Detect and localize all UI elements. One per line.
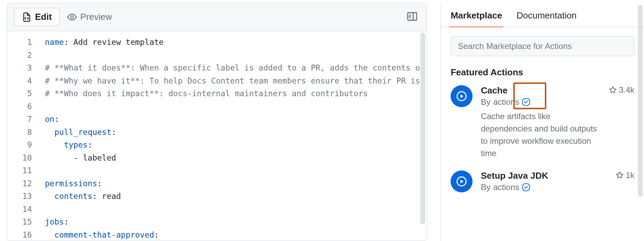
tab-marketplace-label: Marketplace xyxy=(451,10,502,21)
line-number: 14 xyxy=(7,203,41,216)
editor-panel: Edit Preview 1 xyxy=(7,3,427,241)
tab-preview-label: Preview xyxy=(80,12,112,22)
code-line[interactable]: on: xyxy=(45,113,427,126)
code-line[interactable]: - labeled xyxy=(45,152,427,165)
action-star-count: 1k xyxy=(626,170,634,180)
line-number: 10 xyxy=(7,152,41,165)
line-number: 8 xyxy=(7,126,41,139)
action-stars: 3.4k xyxy=(609,85,634,95)
side-scrollbar[interactable] xyxy=(638,5,643,196)
code-line[interactable]: contents: read xyxy=(45,190,427,203)
verified-badge-icon xyxy=(522,183,530,191)
action-by-prefix: By xyxy=(481,182,490,192)
eye-icon xyxy=(67,12,77,22)
action-card[interactable]: Cache 3.4k By actions xyxy=(451,85,634,160)
code-line[interactable] xyxy=(45,100,427,113)
action-title: Setup Java JDK xyxy=(481,170,548,181)
line-number-gutter: 12345678910111213141516 xyxy=(7,31,41,241)
editor-tabs: Edit Preview xyxy=(14,8,120,26)
code-line[interactable] xyxy=(45,164,427,177)
line-number: 5 xyxy=(7,87,41,100)
line-number: 4 xyxy=(7,75,41,88)
code-line[interactable]: name: Add review template xyxy=(45,36,427,49)
line-number: 7 xyxy=(7,113,41,126)
star-icon xyxy=(616,171,624,179)
action-by-prefix: By xyxy=(481,97,490,107)
code-line[interactable]: comment-that-approved: xyxy=(45,229,427,241)
tab-documentation-label: Documentation xyxy=(516,10,576,21)
side-tabs: Marketplace Documentation xyxy=(441,3,644,27)
code-line[interactable]: # **What it does**: When a specific labe… xyxy=(45,62,427,75)
action-title: Cache xyxy=(481,85,508,96)
svg-point-0 xyxy=(71,16,73,18)
action-author: actions xyxy=(493,97,519,107)
line-number: 2 xyxy=(7,49,41,62)
tab-edit-label: Edit xyxy=(35,12,52,22)
tab-preview[interactable]: Preview xyxy=(60,8,119,26)
marketplace-panel: Marketplace Documentation Featured Actio… xyxy=(441,3,644,241)
code-line[interactable]: # **Who does it impact**: docs-internal … xyxy=(45,87,427,100)
code-line[interactable]: pull_request: xyxy=(45,126,427,139)
line-number: 1 xyxy=(7,36,41,49)
action-byline: By actions xyxy=(481,182,634,192)
action-byline: By actions xyxy=(481,97,634,107)
action-star-count: 3.4k xyxy=(619,85,634,95)
toggle-side-panel-button[interactable] xyxy=(405,9,420,25)
action-avatar xyxy=(451,85,473,107)
code-file-icon xyxy=(22,12,32,22)
tab-marketplace[interactable]: Marketplace xyxy=(451,10,502,27)
featured-actions-heading: Featured Actions xyxy=(451,67,634,78)
verified-badge-icon xyxy=(522,98,530,106)
line-number: 9 xyxy=(7,139,41,152)
editor-scrollbar[interactable] xyxy=(420,33,425,224)
line-number: 12 xyxy=(7,177,41,190)
star-icon xyxy=(609,86,617,94)
line-number: 6 xyxy=(7,100,41,113)
code-content[interactable]: name: Add review template # **What it do… xyxy=(41,31,427,241)
editor-header: Edit Preview xyxy=(7,3,427,31)
action-avatar xyxy=(451,170,473,192)
line-number: 13 xyxy=(7,190,41,203)
line-number: 15 xyxy=(7,216,41,229)
code-line[interactable]: types: xyxy=(45,139,427,152)
action-stars: 1k xyxy=(616,170,634,180)
code-line[interactable] xyxy=(45,203,427,216)
line-number: 16 xyxy=(7,229,41,241)
code-editor[interactable]: 12345678910111213141516 name: Add review… xyxy=(7,31,427,241)
code-line[interactable]: # **Why we have it**: To help Docs Conte… xyxy=(45,75,427,88)
action-description: Cache artifacts like dependencies and bu… xyxy=(481,110,597,160)
play-icon xyxy=(456,91,467,101)
action-card[interactable]: Setup Java JDK 1k By actions xyxy=(451,170,634,192)
tab-edit[interactable]: Edit xyxy=(14,8,60,26)
marketplace-body: Featured Actions Cache 3.4k xyxy=(441,27,644,203)
action-author: actions xyxy=(493,182,519,192)
code-line[interactable] xyxy=(45,49,427,62)
tab-documentation[interactable]: Documentation xyxy=(516,10,576,27)
code-line[interactable]: jobs: xyxy=(45,216,427,229)
line-number: 3 xyxy=(7,62,41,75)
marketplace-search-input[interactable] xyxy=(451,36,634,56)
line-number: 11 xyxy=(7,164,41,177)
code-line[interactable]: permissions: xyxy=(45,177,427,190)
play-icon xyxy=(456,176,467,187)
